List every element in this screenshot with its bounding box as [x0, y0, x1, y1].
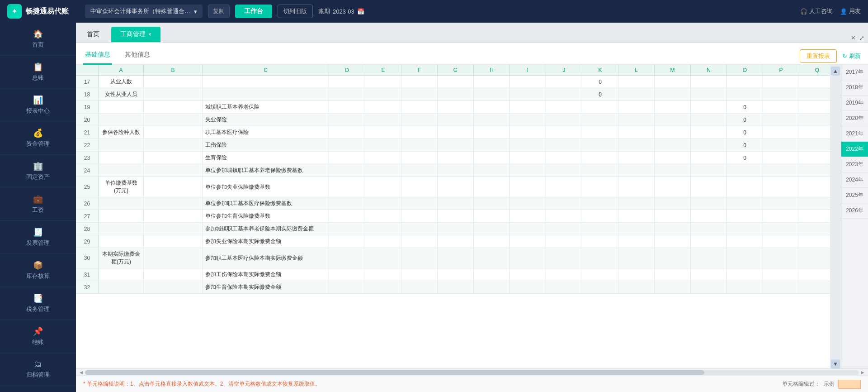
cell-col-n[interactable] [691, 126, 727, 139]
cell-col-k[interactable]: 0 [582, 88, 618, 101]
cell-col-g[interactable] [438, 197, 474, 210]
cell-col-j[interactable] [546, 235, 582, 248]
year-item[interactable]: 2025年 [841, 188, 868, 203]
cell-col-h[interactable] [474, 76, 510, 88]
year-item[interactable]: 2020年 [841, 111, 868, 126]
sidebar-item-reports[interactable]: 📊 报表中心 [0, 89, 76, 122]
cell-col-d[interactable] [329, 139, 365, 152]
sidebar-item-tax[interactable]: 📑 税务管理 [0, 287, 76, 320]
cell-col-k[interactable] [582, 268, 618, 281]
cell-col-f[interactable] [401, 152, 438, 164]
cell-col-o[interactable]: 0 [727, 114, 763, 126]
cell-col-k[interactable] [582, 164, 618, 177]
cell-col-g[interactable] [438, 164, 474, 177]
cell-col-e[interactable] [365, 281, 401, 294]
cell-col-g[interactable] [438, 88, 474, 101]
cell-col-e[interactable] [365, 248, 401, 268]
cell-col-p[interactable] [763, 76, 799, 88]
cell-col-e[interactable] [365, 88, 401, 101]
cell-col-i[interactable] [510, 210, 546, 223]
year-item[interactable]: 2019年 [841, 96, 868, 111]
cell-col-b[interactable] [144, 152, 203, 164]
cell-col-a[interactable] [99, 114, 144, 126]
grid-main[interactable]: A B C D E F G H I J K L M N O [76, 65, 830, 368]
cell-col-l[interactable] [618, 164, 655, 177]
cell-col-k[interactable] [582, 152, 618, 164]
cell-col-e[interactable] [365, 235, 401, 248]
cell-col-n[interactable] [691, 223, 727, 235]
cell-col-f[interactable] [401, 235, 438, 248]
cell-col-c[interactable]: 单位参加城镇职工基本养老保险缴费基数 [203, 164, 329, 177]
cell-col-i[interactable] [510, 76, 546, 88]
cell-col-l[interactable] [618, 139, 655, 152]
cell-col-q[interactable] [799, 281, 830, 294]
cell-col-b[interactable] [144, 126, 203, 139]
cell-col-h[interactable] [474, 152, 510, 164]
sidebar-item-invoice[interactable]: 🧾 发票管理 [0, 221, 76, 254]
cell-col-g[interactable] [438, 114, 474, 126]
cell-col-n[interactable] [691, 76, 727, 88]
cell-col-l[interactable] [618, 88, 655, 101]
cell-col-m[interactable] [655, 248, 691, 268]
cell-col-h[interactable] [474, 197, 510, 210]
cell-col-q[interactable] [799, 126, 830, 139]
cell-col-n[interactable] [691, 152, 727, 164]
cell-col-f[interactable] [401, 139, 438, 152]
cell-col-p[interactable] [763, 223, 799, 235]
sidebar-item-ledger[interactable]: 📋 总账 [0, 56, 76, 89]
cell-col-l[interactable] [618, 152, 655, 164]
year-item[interactable]: 2022年 [841, 142, 868, 157]
cell-col-l[interactable] [618, 281, 655, 294]
cell-col-q[interactable] [799, 101, 830, 114]
cell-col-d[interactable] [329, 197, 365, 210]
cell-col-f[interactable] [401, 177, 438, 197]
sidebar-item-assets[interactable]: 🏢 固定资产 [0, 155, 76, 188]
cell-col-q[interactable] [799, 164, 830, 177]
cell-col-h[interactable] [474, 139, 510, 152]
cell-col-a[interactable]: 女性从业人员 [99, 88, 144, 101]
cell-col-b[interactable] [144, 197, 203, 210]
cell-col-g[interactable] [438, 248, 474, 268]
cell-col-g[interactable] [438, 152, 474, 164]
cell-col-c[interactable]: 单位参加生育保险缴费基数 [203, 210, 329, 223]
cell-col-i[interactable] [510, 281, 546, 294]
year-item[interactable]: 2021年 [841, 126, 868, 142]
cell-col-c[interactable]: 参加工伤保险本期实际缴费金额 [203, 268, 329, 281]
cell-col-e[interactable] [365, 114, 401, 126]
cell-col-p[interactable] [763, 126, 799, 139]
cell-col-b[interactable] [144, 76, 203, 88]
cell-col-c[interactable] [203, 88, 329, 101]
cell-col-j[interactable] [546, 210, 582, 223]
cell-col-o[interactable]: 0 [727, 101, 763, 114]
cell-col-f[interactable] [401, 114, 438, 126]
refresh-button[interactable]: ↻ 刷新 [842, 52, 861, 60]
cell-col-q[interactable] [799, 197, 830, 210]
cell-col-f[interactable] [401, 210, 438, 223]
cell-col-p[interactable] [763, 139, 799, 152]
cell-col-j[interactable] [546, 248, 582, 268]
cell-col-p[interactable] [763, 197, 799, 210]
tab-close-icon[interactable]: × [148, 31, 151, 38]
cell-col-o[interactable]: 0 [727, 139, 763, 152]
cell-col-j[interactable] [546, 268, 582, 281]
cell-col-a[interactable] [99, 235, 144, 248]
cell-col-k[interactable] [582, 210, 618, 223]
cell-col-p[interactable] [763, 152, 799, 164]
cell-col-d[interactable] [329, 248, 365, 268]
cell-col-n[interactable] [691, 235, 727, 248]
cell-col-o[interactable] [727, 210, 763, 223]
cell-col-a[interactable] [99, 281, 144, 294]
cell-col-p[interactable] [763, 177, 799, 197]
cell-col-k[interactable] [582, 114, 618, 126]
cell-col-i[interactable] [510, 114, 546, 126]
sidebar-item-funds[interactable]: 💰 资金管理 [0, 122, 76, 155]
cell-col-c[interactable]: 参加职工基本医疗保险本期实际缴费金额 [203, 248, 329, 268]
cell-col-g[interactable] [438, 101, 474, 114]
cell-col-o[interactable] [727, 197, 763, 210]
cell-col-g[interactable] [438, 210, 474, 223]
cell-col-c[interactable]: 参加城镇职工基本养老保险本期实际缴费金额 [203, 223, 329, 235]
cell-col-q[interactable] [799, 76, 830, 88]
cell-col-m[interactable] [655, 177, 691, 197]
cell-col-b[interactable] [144, 101, 203, 114]
tab-home[interactable]: 首页 [78, 27, 108, 42]
